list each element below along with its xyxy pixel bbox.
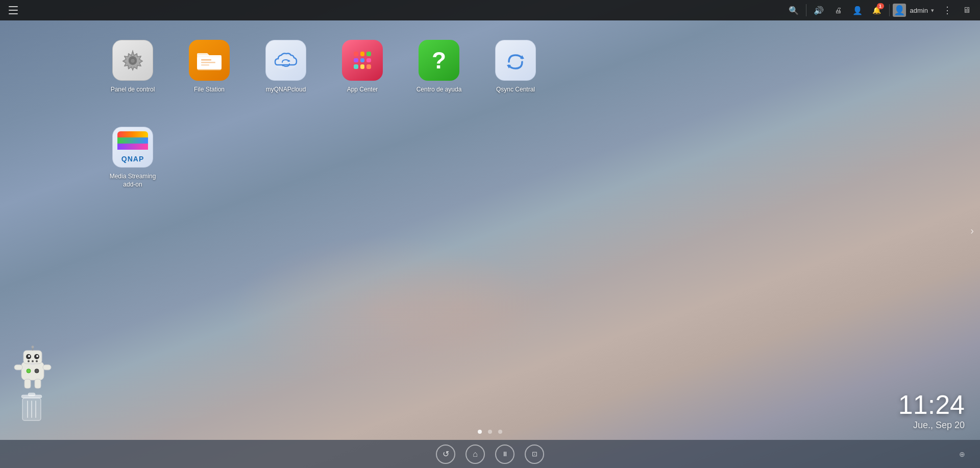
app-center-icon-bg [342, 40, 383, 81]
centro-de-ayuda-label: Centro de ayuda [416, 86, 462, 94]
svg-rect-27 [30, 363, 35, 365]
dropdown-arrow-icon: ▾ [931, 7, 934, 14]
user-profile-button[interactable]: 👤 [848, 1, 867, 19]
grid-cell [366, 64, 371, 69]
app-icon-qsync-central[interactable]: Qsync Central [485, 36, 546, 98]
panel-de-control-icon-bg [112, 40, 153, 81]
svg-rect-29 [43, 365, 51, 370]
app-icon-media-streaming[interactable]: QNAP Media Streaming add-on [102, 123, 163, 193]
sync-arrows-icon [502, 48, 529, 73]
clock-date: Jue., Sep 20 [898, 420, 965, 431]
app-icon-centro-de-ayuda[interactable]: ? Centro de ayuda [408, 36, 470, 98]
strip-3 [117, 144, 148, 150]
svg-rect-30 [24, 379, 31, 388]
bottom-corner-icon[interactable]: ⊕ [954, 447, 970, 462]
notification-badge: 1 [877, 3, 884, 9]
network-icon: 🖨 [835, 6, 842, 14]
gear-icon [120, 48, 145, 73]
media-streaming-label: Media Streaming add-on [106, 173, 159, 189]
more-options-button[interactable]: ⋮ [938, 1, 957, 19]
robot-icon [12, 345, 53, 391]
folder-icon [196, 49, 223, 72]
taskbar-divider-2 [889, 4, 890, 16]
svg-point-20 [28, 360, 30, 362]
app-grid-row2: QNAP Media Streaming add-on [102, 123, 163, 193]
strip-1 [117, 131, 148, 137]
trash-icon [18, 391, 45, 423]
volume-icon: 🔊 [814, 6, 824, 15]
svg-rect-31 [35, 379, 41, 388]
hamburger-line-3 [9, 13, 18, 14]
user-section[interactable]: admin ▾ [907, 1, 937, 19]
myqnapcloud-icon-bg [265, 40, 306, 81]
wallpaper-button[interactable]: 🖥 [958, 1, 976, 19]
bottom-refresh-button[interactable]: ↺ [436, 444, 455, 464]
next-page-arrow[interactable]: › [968, 220, 976, 241]
panel-de-control-label: Panel de control [111, 86, 155, 94]
app-icon-app-center[interactable]: App Center [332, 36, 393, 98]
user-avatar: 👤 [893, 4, 906, 17]
more-options-icon: ⋮ [943, 5, 952, 16]
media-color-strips [117, 131, 148, 153]
svg-point-24 [32, 346, 34, 348]
grid-cell [360, 52, 365, 56]
svg-rect-6 [201, 59, 211, 61]
notification-button[interactable]: 🔔 1 [868, 1, 886, 19]
app-center-label: App Center [347, 86, 378, 94]
taskbar-divider-1 [806, 4, 806, 16]
media-streaming-icon-bg: QNAP [112, 127, 153, 168]
robot-widget[interactable] [12, 348, 53, 389]
question-mark-icon: ? [432, 40, 446, 81]
refresh-icon: ↺ [443, 449, 449, 459]
hamburger-line-2 [9, 10, 18, 11]
search-button[interactable]: 🔍 [785, 1, 803, 19]
svg-point-21 [32, 360, 34, 362]
qsync-central-icon-bg [495, 40, 536, 81]
svg-point-26 [35, 369, 39, 373]
svg-rect-33 [28, 393, 35, 396]
taskbar-right-area: 🔍 🔊 🖨 👤 🔔 1 👤 admin ▾ ⋮ [785, 1, 976, 19]
user-name-label: admin [910, 7, 928, 14]
app-icon-file-station[interactable]: File Station [179, 36, 240, 98]
hamburger-line-1 [9, 6, 18, 7]
svg-point-2 [131, 59, 135, 63]
grid-cell [354, 52, 358, 56]
clock-display: 11:24 Jue., Sep 20 [898, 391, 965, 431]
search-icon: 🔍 [789, 6, 799, 15]
chevron-right-icon: › [970, 225, 974, 236]
svg-rect-7 [201, 62, 215, 63]
svg-point-19 [36, 355, 38, 357]
grid-cell [354, 64, 358, 69]
network-button[interactable]: 🖨 [829, 1, 847, 19]
page-dot-2[interactable] [488, 430, 492, 434]
svg-rect-8 [201, 64, 209, 66]
cloud-sync-icon [272, 49, 300, 72]
svg-point-22 [36, 360, 38, 362]
page-dot-1[interactable] [478, 430, 482, 434]
svg-point-25 [27, 369, 31, 373]
myqnapcloud-label: myQNAPcloud [266, 86, 306, 94]
grid-cell [366, 52, 371, 56]
hamburger-menu-button[interactable] [4, 1, 22, 19]
bottom-square-button[interactable]: ⊡ [525, 444, 544, 464]
corner-icon: ⊕ [959, 450, 965, 458]
bottom-home-button[interactable]: ⌂ [465, 444, 485, 464]
grid-cell [360, 64, 365, 69]
trash-widget[interactable] [16, 389, 47, 425]
svg-point-18 [28, 355, 30, 357]
centro-de-ayuda-icon-bg: ? [419, 40, 459, 81]
square-icon: ⊡ [532, 450, 537, 458]
qnap-logo-text: QNAP [121, 155, 144, 163]
volume-button[interactable]: 🔊 [810, 1, 828, 19]
app-icon-panel-de-control[interactable]: Panel de control [102, 36, 163, 98]
clock-time: 11:24 [898, 391, 965, 418]
svg-rect-5 [197, 57, 222, 69]
grid-cell [354, 58, 358, 63]
app-icon-grid: Panel de control File Station [0, 20, 980, 113]
app-icon-myqnapcloud[interactable]: myQNAPcloud [255, 36, 316, 98]
bottom-pause-button[interactable]: ⏸ [495, 444, 514, 464]
home-icon: ⌂ [473, 450, 478, 459]
page-dot-3[interactable] [498, 430, 502, 434]
top-taskbar: 🔍 🔊 🖨 👤 🔔 1 👤 admin ▾ ⋮ [0, 0, 980, 20]
app-center-grid [349, 46, 376, 74]
